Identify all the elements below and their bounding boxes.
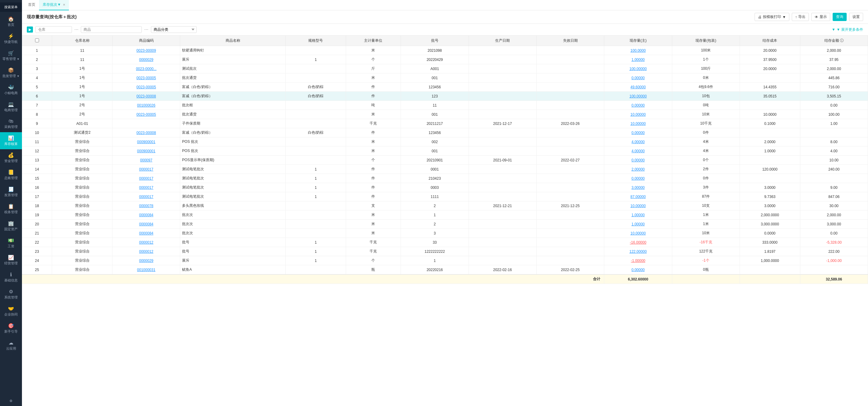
row-cost bbox=[740, 101, 800, 110]
header-actions: 🖨 按模板打印 ▼ ↑ 导出 👁 显示 查询 设置 bbox=[754, 13, 863, 21]
quicknav-icon: ⚡ bbox=[1, 33, 21, 39]
select-all-checkbox[interactable] bbox=[35, 38, 39, 42]
row-qty-main: 3.00000 bbox=[604, 183, 672, 192]
row-prod-date bbox=[469, 219, 536, 229]
row-spec: 白色/奶棕 bbox=[286, 82, 346, 92]
category-select[interactable]: 商品分类 bbox=[151, 26, 197, 33]
warehouse-input[interactable] bbox=[35, 26, 72, 33]
sidebar-item-whale[interactable]: 🐳 小鲸电商 bbox=[0, 81, 22, 98]
sidebar-item-inventory[interactable]: 📊 库存核算 bbox=[0, 132, 22, 149]
row-code: 001000026 bbox=[112, 101, 180, 110]
sidebar-item-label: 新手引导 bbox=[4, 330, 18, 333]
product-input[interactable] bbox=[81, 26, 142, 33]
row-qty-pkg: 100斤 bbox=[672, 64, 740, 73]
row-spec: 1 bbox=[286, 165, 346, 174]
filter-dots-2[interactable]: ··· bbox=[144, 27, 148, 32]
row-spec bbox=[286, 137, 346, 146]
show-button[interactable]: 👁 显示 bbox=[811, 13, 830, 21]
row-prod-date bbox=[469, 256, 536, 265]
expand-more-button[interactable]: ▼ ▼ 展开更多条件 bbox=[832, 27, 863, 32]
row-name: 子件保质期 bbox=[180, 119, 286, 128]
page-header: 现存量查询(按仓库＋批次) 🖨 按模板打印 ▼ ↑ 导出 👁 显示 查询 设置 bbox=[22, 10, 868, 24]
row-warehouse: 营业综合 bbox=[52, 192, 113, 201]
sidebar-item-retail[interactable]: 🛒 零售管理 ▼ bbox=[0, 47, 22, 64]
settings-top-button[interactable]: 设置 bbox=[849, 13, 863, 21]
sidebar-item-label: 首页 bbox=[8, 23, 14, 27]
sidebar-item-tax[interactable]: 📋 税务管理 bbox=[0, 200, 22, 217]
table-row: 8 2号 0023-00005 批次通货 米 001 10.00000 10米 … bbox=[22, 110, 868, 119]
row-qty-pkg: 3件 bbox=[672, 183, 740, 192]
sidebar-item-wholesale[interactable]: 📦 批发管理 ▼ bbox=[0, 64, 22, 81]
filter-dots-1[interactable]: ··· bbox=[74, 27, 79, 32]
sidebar-item-payroll[interactable]: 💵 工资 bbox=[0, 235, 22, 251]
row-code: 0000012 bbox=[112, 238, 180, 247]
sidebar-item-collab[interactable]: 🤝 企业协同 bbox=[0, 303, 22, 320]
row-spec bbox=[286, 265, 346, 275]
query-button[interactable]: 查询 bbox=[833, 13, 847, 21]
sidebar-item-purchase[interactable]: 🛍 采购管理 bbox=[0, 115, 22, 132]
sidebar-item-invoice[interactable]: 🧾 发票管理 bbox=[0, 183, 22, 200]
expand-more-icon: ▼ bbox=[832, 27, 835, 32]
sidebar-item-basicinfo[interactable]: ℹ 基础信息 bbox=[0, 269, 22, 286]
row-unit: 件 bbox=[346, 128, 401, 137]
row-qty-main: 1.00000 bbox=[604, 210, 672, 219]
row-prod-date: 2021-09-01 bbox=[469, 156, 536, 165]
row-cost bbox=[740, 73, 800, 82]
row-qty-pkg: -16千克 bbox=[672, 238, 740, 247]
fixedassets-icon: 🏢 bbox=[1, 221, 21, 226]
row-name: 批次通货 bbox=[180, 73, 286, 82]
row-no: 24 bbox=[22, 256, 52, 265]
row-unit: 件 bbox=[346, 192, 401, 201]
sidebar-item-newguide[interactable]: 🎯 新手引导 bbox=[0, 320, 22, 337]
row-no: 13 bbox=[22, 156, 52, 165]
export-button[interactable]: ↑ 导出 bbox=[792, 13, 809, 21]
row-prod-date: 2021-12-17 bbox=[469, 119, 536, 128]
row-qty-pkg: 4包9.6件 bbox=[672, 82, 740, 92]
row-unit: 米 bbox=[346, 146, 401, 156]
row-warehouse: 营业综合 bbox=[52, 210, 113, 219]
row-warehouse: 营业综合 bbox=[52, 247, 113, 256]
sidebar-item-fixedassets[interactable]: 🏢 固定资产 bbox=[0, 217, 22, 235]
sidebar-item-cloudapp[interactable]: ☁ 云应用 bbox=[0, 337, 22, 354]
row-qty-main: 10.00000 bbox=[604, 110, 672, 119]
row-code: 0023-0000... bbox=[112, 64, 180, 73]
sidebar-item-home[interactable]: 🏠 首页 bbox=[0, 13, 22, 30]
table-container: 仓库名称 商品编码 商品名称 规格型号 主计量单位 批号 生产日期 失效日期 现… bbox=[22, 36, 868, 406]
row-batch: 123456 bbox=[401, 128, 469, 137]
sidebar-item-ledger[interactable]: 📒 总账管理 bbox=[0, 166, 22, 183]
sidebar-item-operations[interactable]: 📈 经营管理 bbox=[0, 251, 22, 269]
table-row: 14 营业综合 0000017 测试电笔批次 1 件 0001 2.00000 … bbox=[22, 165, 868, 174]
finance-icon: 💰 bbox=[1, 152, 21, 158]
row-spec: 1 bbox=[286, 174, 346, 183]
sidebar-settings[interactable]: ⚙ bbox=[0, 396, 22, 406]
row-name: 测试批次 bbox=[180, 64, 286, 73]
table-row: 21 营业综合 0000084 批次次 米 3 10.00000 10米 0.0… bbox=[22, 229, 868, 238]
row-amount: 10.00 bbox=[800, 156, 868, 165]
row-exp-date bbox=[536, 128, 604, 137]
sidebar-item-finance[interactable]: 💰 资金管理 bbox=[0, 149, 22, 166]
row-exp-date bbox=[536, 64, 604, 73]
row-cost: 14.4355 bbox=[740, 82, 800, 92]
filter-expand-button[interactable]: ▶ bbox=[27, 27, 33, 33]
tab-home[interactable]: 首页 bbox=[24, 0, 39, 10]
sidebar-item-quicknav[interactable]: ⚡ 快捷导航 bbox=[0, 30, 22, 47]
row-qty-pkg: 0米 bbox=[672, 73, 740, 82]
row-warehouse: 营业综合 bbox=[52, 238, 113, 247]
row-batch: 1 bbox=[401, 210, 469, 219]
sidebar-item-label: 工资 bbox=[8, 244, 14, 248]
row-batch: 123 bbox=[401, 92, 469, 101]
row-unit: 米 bbox=[346, 210, 401, 219]
tab-close-button[interactable]: ✕ bbox=[63, 3, 65, 6]
tab-inventory-batch[interactable]: 库存批次▼ ✕ bbox=[39, 0, 69, 10]
whale-icon: 🐳 bbox=[1, 84, 21, 90]
sidebar-item-ecommerce[interactable]: 💻 电商管理 bbox=[0, 98, 22, 115]
table-row: 4 1号 0023-00005 批次通货 米 001 0.00000 0米 44… bbox=[22, 73, 868, 82]
print-button[interactable]: 🖨 按模板打印 ▼ bbox=[754, 13, 789, 21]
row-exp-date bbox=[536, 247, 604, 256]
row-qty-main: 0.00000 bbox=[604, 128, 672, 137]
th-batch: 批号 bbox=[401, 36, 469, 46]
sidebar-item-system[interactable]: ⚙ 系统管理 bbox=[0, 286, 22, 303]
sidebar-logo[interactable]: 搜索菜单 bbox=[0, 2, 22, 12]
row-spec: 1 bbox=[286, 192, 346, 201]
row-qty-pkg: 10包 bbox=[672, 92, 740, 101]
